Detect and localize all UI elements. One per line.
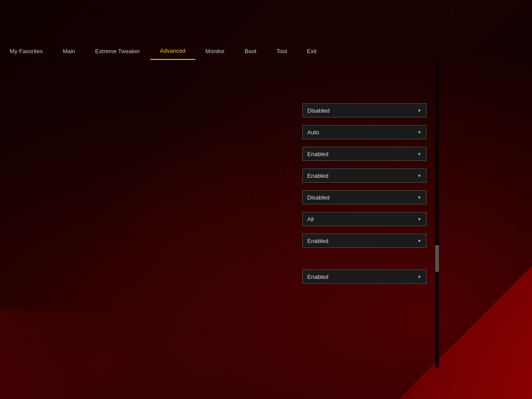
nav-extreme-tweaker[interactable]: Extreme Tweaker — [86, 42, 150, 60]
hw-prefetch-arrow: ▼ — [417, 152, 422, 156]
sgx-dropdown[interactable]: Disabled ▼ — [302, 103, 426, 117]
monitor-mwait-dropdown[interactable]: Enabled ▼ — [302, 270, 426, 284]
scroll-thumb[interactable] — [435, 245, 439, 272]
monitor-mwait-arrow: ▼ — [417, 274, 422, 279]
scroll-track[interactable] — [435, 61, 439, 368]
hyper-threading-arrow: ▼ — [417, 239, 422, 243]
nav-tool[interactable]: Tool — [266, 42, 297, 60]
tcc-dropdown[interactable]: Auto ▼ — [302, 125, 426, 139]
sgx-dropdown-arrow: ▼ — [417, 108, 422, 113]
nav-exit[interactable]: Exit — [297, 42, 327, 60]
hyper-threading-dropdown[interactable]: Enabled ▼ — [302, 234, 426, 248]
nav-main[interactable]: Main — [53, 42, 85, 60]
nav-boot[interactable]: Boot — [235, 42, 267, 60]
vmx-dropdown[interactable]: Disabled ▼ — [302, 190, 426, 204]
nav-my-favorites[interactable]: My Favorites — [0, 42, 53, 60]
nav-advanced[interactable]: Advanced — [150, 42, 196, 60]
vmx-arrow: ▼ — [417, 195, 422, 200]
adj-cache-dropdown[interactable]: Enabled ▼ — [302, 168, 426, 183]
hw-prefetch-dropdown[interactable]: Enabled ▼ — [302, 147, 426, 161]
nav-monitor[interactable]: Monitor — [196, 42, 235, 60]
tcc-dropdown-arrow: ▼ — [417, 130, 422, 135]
active-cores-arrow: ▼ — [417, 217, 422, 222]
adj-cache-arrow: ▼ — [417, 173, 422, 178]
active-cores-dropdown[interactable]: All ▼ — [302, 212, 426, 226]
